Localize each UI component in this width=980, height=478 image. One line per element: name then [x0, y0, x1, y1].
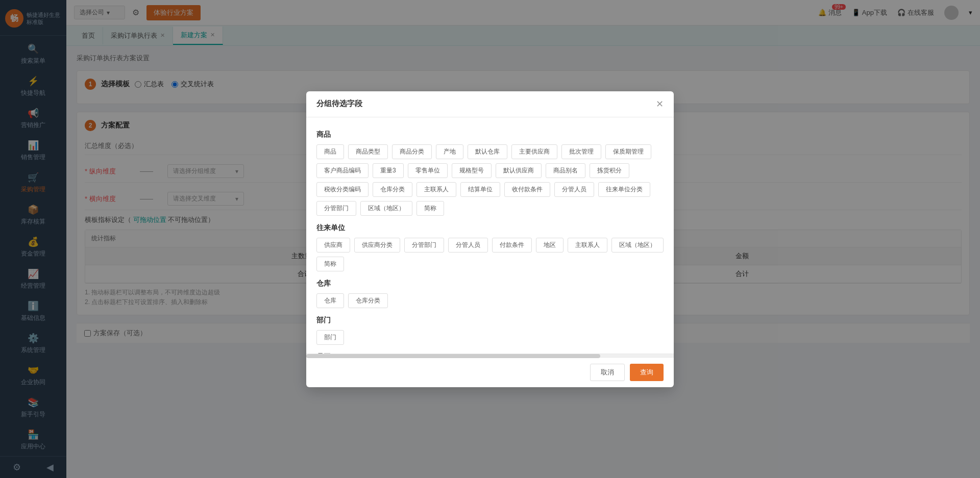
modal-footer: 取消 查询	[306, 357, 674, 387]
field-tag-供应商[interactable]: 供应商	[316, 238, 350, 253]
field-tag-仓库分类[interactable]: 仓库分类	[348, 293, 388, 308]
field-tag-简称[interactable]: 简称	[416, 201, 444, 216]
section-title-部门: 部门	[316, 316, 664, 325]
field-tags-仓库: 仓库仓库分类	[316, 293, 664, 308]
field-tag-付款条件[interactable]: 付款条件	[492, 238, 532, 253]
field-tag-仓库[interactable]: 仓库	[316, 293, 344, 308]
field-tag-分管部门[interactable]: 分管部门	[404, 238, 444, 253]
field-tag-默认仓库[interactable]: 默认仓库	[468, 144, 507, 159]
modal-overlay: 分组待选字段 ✕ 商品商品商品类型商品分类产地默认仓库主要供应商批次管理保质期管…	[0, 0, 980, 478]
modal-title: 分组待选字段	[316, 99, 362, 109]
field-tag-保质期管理[interactable]: 保质期管理	[605, 144, 651, 159]
cancel-button[interactable]: 取消	[590, 364, 625, 381]
field-tag-往来单位分类[interactable]: 往来单位分类	[598, 182, 650, 197]
field-tag-简称[interactable]: 简称	[316, 257, 344, 271]
field-tag-主要供应商[interactable]: 主要供应商	[511, 144, 557, 159]
field-tag-收付款条件[interactable]: 收付款条件	[504, 182, 550, 197]
section-title-商品: 商品	[316, 130, 664, 139]
field-tag-商品[interactable]: 商品	[316, 144, 344, 159]
field-tags-部门: 部门	[316, 330, 664, 345]
field-tag-规格型号[interactable]: 规格型号	[452, 163, 492, 178]
field-tag-重量3[interactable]: 重量3	[373, 163, 404, 178]
field-tag-商品类型[interactable]: 商品类型	[348, 144, 388, 159]
modal-body: 商品商品商品类型商品分类产地默认仓库主要供应商批次管理保质期管理客户商品编码重量…	[306, 117, 674, 354]
section-title-往来单位: 往来单位	[316, 223, 664, 233]
field-tag-区域（地区）[interactable]: 区域（地区）	[611, 238, 664, 253]
field-tag-客户商品编码[interactable]: 客户商品编码	[316, 163, 369, 178]
field-tag-地区[interactable]: 地区	[536, 238, 564, 253]
field-tags-商品: 商品商品类型商品分类产地默认仓库主要供应商批次管理保质期管理客户商品编码重量3零…	[316, 144, 664, 216]
field-selector-modal: 分组待选字段 ✕ 商品商品商品类型商品分类产地默认仓库主要供应商批次管理保质期管…	[306, 91, 674, 387]
confirm-button[interactable]: 查询	[630, 364, 664, 381]
field-tag-默认供应商[interactable]: 默认供应商	[496, 163, 542, 178]
field-tag-部门[interactable]: 部门	[316, 330, 344, 345]
section-title-仓库: 仓库	[316, 279, 664, 288]
field-tag-主联系人[interactable]: 主联系人	[416, 182, 456, 197]
field-tags-往来单位: 供应商供应商分类分管部门分管人员付款条件地区主联系人区域（地区）简称	[316, 238, 664, 271]
field-tag-仓库分类[interactable]: 仓库分类	[373, 182, 412, 197]
field-tag-结算单位[interactable]: 结算单位	[460, 182, 500, 197]
close-icon[interactable]: ✕	[656, 98, 664, 110]
scrollbar-thumb[interactable]	[306, 354, 600, 358]
field-tag-拣货积分[interactable]: 拣货积分	[590, 163, 629, 178]
field-tag-分管部门[interactable]: 分管部门	[316, 201, 356, 216]
field-tag-分管人员[interactable]: 分管人员	[554, 182, 594, 197]
field-tag-供应商分类[interactable]: 供应商分类	[354, 238, 400, 253]
field-tag-税收分类编码[interactable]: 税收分类编码	[316, 182, 369, 197]
field-tag-分管人员[interactable]: 分管人员	[448, 238, 488, 253]
field-tag-商品别名[interactable]: 商品别名	[546, 163, 585, 178]
field-tag-主联系人[interactable]: 主联系人	[568, 238, 607, 253]
field-tag-零售单位[interactable]: 零售单位	[408, 163, 448, 178]
horizontal-scrollbar[interactable]	[306, 354, 674, 357]
field-tag-商品分类[interactable]: 商品分类	[392, 144, 432, 159]
field-tag-产地[interactable]: 产地	[436, 144, 463, 159]
field-tag-区域（地区）[interactable]: 区域（地区）	[360, 201, 412, 216]
field-tag-批次管理[interactable]: 批次管理	[561, 144, 601, 159]
modal-header: 分组待选字段 ✕	[306, 91, 674, 117]
